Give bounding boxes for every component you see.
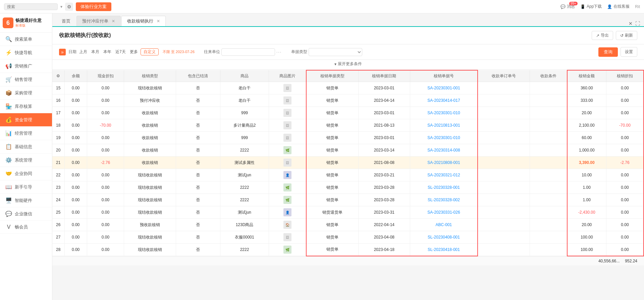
expand-filter-btn[interactable]: ▾ 展开更多条件 — [334, 61, 362, 67]
writeoff-number-link[interactable]: SL-20230328-002 — [428, 198, 460, 202]
writeoff-number-link[interactable]: SA-20230301-010 — [427, 135, 460, 140]
online-service-btn[interactable]: 👤 在线客服 — [607, 4, 630, 9]
refresh-icon: ↺ — [620, 33, 624, 38]
industry-btn[interactable]: 体验行业方案 — [76, 2, 111, 11]
tab-home[interactable]: 首页 — [56, 16, 76, 26]
collab-icon: 🤝 — [5, 170, 12, 177]
cell-receipt-order-no — [478, 181, 530, 194]
row-index: 18 — [52, 119, 64, 132]
page-actions: ↗ 导出 ↺ 刷新 — [592, 31, 637, 40]
sidebar-item-guide[interactable]: 📖 新手引导 — [0, 180, 52, 194]
row-index: 17 — [52, 107, 64, 119]
sidebar-item-basic[interactable]: 📋 基础信息 — [0, 140, 52, 154]
cell-writeoff-discount: 0.00 — [606, 181, 644, 194]
cell-receipt-order-no — [478, 82, 530, 94]
sidebar-item-system[interactable]: ⚙️ 系统管理 — [0, 154, 52, 167]
cell-receipt-order-no — [478, 144, 530, 157]
settings-btn[interactable]: 设置 — [621, 47, 637, 57]
export-btn[interactable]: ↗ 导出 — [592, 31, 613, 40]
cell-include-settled: 否 — [176, 194, 220, 206]
date-this-year-btn[interactable]: 本年 — [102, 48, 113, 55]
cell-cash-discount: 0.00 — [87, 181, 124, 194]
cell-writeoff-amount: 1.00 — [567, 181, 606, 194]
cell-writeoff-discount: 0.00 — [606, 206, 644, 219]
writeoff-number-link[interactable]: SA-20210808-001 — [427, 160, 460, 165]
col-settings[interactable]: ⚙ — [52, 70, 64, 82]
cell-receipt-order-no — [478, 206, 530, 219]
sidebar-item-marketing[interactable]: 📢 营销推广 — [0, 59, 52, 73]
cell-receipt-condition — [530, 231, 567, 244]
sidebar-item-inventory[interactable]: 🏪 库存核算 — [0, 100, 52, 113]
writeoff-number-link[interactable]: SA-20230321-012 — [427, 173, 460, 177]
date-7days-btn[interactable]: 近7天 — [114, 48, 127, 55]
maximize-icon[interactable]: ⛶ — [635, 21, 640, 26]
writeoff-number-link[interactable]: SA-20230301-010 — [427, 111, 460, 115]
sidebar-item-operation[interactable]: 📊 经营管理 — [0, 127, 52, 140]
voucher-type-select[interactable] — [309, 48, 362, 56]
date-last-month-btn[interactable]: 上月 — [78, 48, 89, 55]
query-btn[interactable]: 查询 — [598, 47, 618, 57]
sidebar-item-finance[interactable]: 💰 资金管理 — [0, 113, 52, 127]
cell-product-img: 🖼 — [269, 94, 306, 107]
cell-writeoff-amount: 100.00 — [567, 231, 606, 244]
sidebar-item-collab[interactable]: 🤝 企业协同 — [0, 167, 52, 180]
cell-balance: 0.00 — [64, 144, 87, 157]
cell-writeoff-amount: 3,390.00 — [567, 157, 606, 169]
date-more-btn[interactable]: 更多 — [128, 48, 139, 55]
cell-receipt-condition — [530, 194, 567, 206]
tab-writeoff[interactable]: 收款核销执行 ✕ — [121, 16, 166, 26]
quicknav-icon: ⚡ — [5, 49, 12, 56]
settings-icon[interactable]: ⚙ — [65, 3, 73, 11]
writeoff-number-link[interactable]: ABC-001 — [436, 222, 452, 227]
table-container[interactable]: ⚙ 余额 现金折扣 核销类型 包含已结清 商品 商品图片 核销单据类型 核销单据… — [52, 70, 644, 256]
writeoff-number-link[interactable]: SA-20230314-008 — [427, 148, 460, 153]
writeoff-number-link[interactable]: SA-20230414-017 — [427, 98, 460, 103]
tab-writeoff-close[interactable]: ✕ — [157, 19, 160, 24]
partner-input[interactable] — [221, 48, 275, 56]
writeoff-number-link[interactable]: SL-20230328-001 — [428, 185, 460, 190]
marketing-icon: 📢 — [5, 63, 12, 69]
sidebar-item-hardware[interactable]: 🖥️ 智能硬件 — [0, 194, 52, 207]
cell-receipt-condition — [530, 94, 567, 107]
cell-writeoff-type: 收款核销 — [124, 107, 176, 119]
sidebar-item-purchase[interactable]: 📦 采购管理 — [0, 86, 52, 100]
sidebar-item-vip[interactable]: V 畅会员 — [0, 221, 52, 234]
cell-balance: 0.00 — [64, 181, 87, 194]
tab-bar: 首页 预付冲应付单 ✕ 收款核销执行 ✕ ✕ ⛶ — [52, 13, 644, 27]
table-footer: 40,556,66... 952.24 — [52, 256, 644, 265]
tab-prepay-close[interactable]: ✕ — [112, 19, 115, 24]
writeoff-number-link[interactable]: SA-20230331-026 — [427, 210, 460, 215]
message-btn[interactable]: 💬 消息 99+ — [560, 4, 575, 9]
app-download-btn[interactable]: 📱 App下载 — [580, 4, 602, 9]
sidebar-item-wechat[interactable]: 💬 企业微信 — [0, 207, 52, 221]
sidebar-item-sales[interactable]: 🛒 销售管理 — [0, 73, 52, 86]
cell-writeoff-number: SL-20230418-001 — [410, 244, 478, 256]
cell-product-img: 🖼 — [269, 132, 306, 144]
search-input[interactable] — [4, 3, 58, 10]
date-this-month-btn[interactable]: 本月 — [90, 48, 101, 55]
date-custom-btn[interactable]: 自定义 — [141, 48, 159, 55]
cell-writeoff-date: 2023-03-01 — [358, 132, 410, 144]
dropdown-arrow-icon[interactable]: ▾ — [60, 4, 62, 9]
writeoff-number-link[interactable]: SL-20230418-001 — [428, 247, 460, 252]
refresh-btn[interactable]: ↺ 刷新 — [616, 31, 637, 40]
writeoff-number-link[interactable]: SL-20230408-001 — [428, 235, 460, 240]
sidebar-item-quicknav[interactable]: ⚡ 快捷导航 — [0, 46, 52, 59]
cell-cash-discount: 0.00 — [87, 82, 124, 94]
close-window-icon[interactable]: ✕ — [629, 21, 633, 26]
writeoff-number-link[interactable]: SA-20230301-001 — [427, 86, 460, 90]
cell-receipt-order-no — [478, 157, 530, 169]
cell-writeoff-voucher-type: 销货单 — [306, 119, 358, 132]
filter-toggle-btn[interactable]: » — [59, 49, 66, 55]
export-icon: ↗ — [596, 33, 599, 38]
table-header-row: ⚙ 余额 现金折扣 核销类型 包含已结清 商品 商品图片 核销单据类型 核销单据… — [52, 70, 644, 82]
table-row: 19 0.00 0.00 收款核销 否 999 🖼 销货单 2023-03-01… — [52, 132, 644, 144]
sidebar-logo: 6 畅捷通好生意 标准版 — [0, 13, 52, 33]
cell-writeoff-type: 现结收款核销 — [124, 206, 176, 219]
tab-prepay[interactable]: 预付冲应付单 ✕ — [76, 16, 121, 26]
cell-writeoff-date: 2023-04-14 — [358, 94, 410, 107]
cell-writeoff-type: 收款核销 — [124, 157, 176, 169]
writeoff-number-link[interactable]: SA-20210813-001 — [427, 123, 460, 128]
product-thumb: 🏠 — [283, 221, 291, 229]
sidebar-item-search[interactable]: 🔍 搜索菜单 — [0, 33, 52, 46]
